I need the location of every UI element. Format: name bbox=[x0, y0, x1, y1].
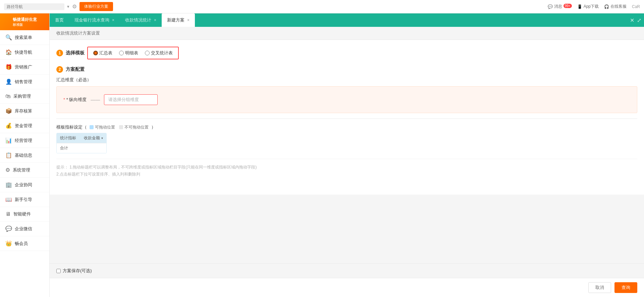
tab-newplan-label: 新建方案 bbox=[167, 17, 184, 23]
breadcrumb-input[interactable] bbox=[4, 3, 64, 10]
metrics-config: 模板指标设定（ 可拖动位置 不可拖动位置 ） bbox=[56, 118, 637, 153]
sidebar-item-quicknav[interactable]: 🏠 快捷导航 bbox=[0, 45, 49, 60]
sidebar-item-label: 资金管理 bbox=[15, 123, 32, 129]
movable-label: 可拖动位置 bbox=[95, 125, 115, 130]
gear-icon[interactable]: ⚙ bbox=[72, 3, 77, 10]
movable-dot bbox=[90, 125, 94, 129]
dimension-title: 汇总维度（必选） bbox=[56, 77, 91, 82]
dropdown-icon[interactable]: ▾ bbox=[67, 4, 69, 9]
sidebar-item-label: 采购管理 bbox=[13, 93, 31, 99]
sidebar-item-basicinfo[interactable]: 📋 基础信息 bbox=[0, 148, 49, 163]
hint-2: 2.点击标题栏下拉可设置排序、插入列和删除列 bbox=[56, 171, 637, 177]
tab-close-all-icon[interactable]: ✕ bbox=[630, 17, 634, 23]
metrics-header-label: 统计指标 bbox=[60, 135, 76, 141]
dimension-section-title: 汇总维度（必选） bbox=[56, 77, 637, 83]
notification-label: 消息 bbox=[554, 4, 562, 9]
radio-summary[interactable] bbox=[93, 51, 98, 55]
clipboard-icon: 📋 bbox=[5, 152, 12, 158]
dimension-arrow: —— bbox=[91, 97, 100, 102]
page-footer: 方案保存(可选) bbox=[50, 263, 644, 278]
sidebar-item-marketing[interactable]: 🎁 营销推广 bbox=[0, 60, 49, 75]
tab-bar: 首页 现金银行流水查询 × 收款情况统计 × 新建方案 × ✕ ⤢ bbox=[50, 13, 644, 27]
industry-button[interactable]: 体验行业方案 bbox=[79, 2, 113, 11]
tab-collection[interactable]: 收款情况统计 × bbox=[120, 13, 162, 27]
save-checkbox-label[interactable]: 方案保存(可选) bbox=[56, 268, 92, 274]
option-summary-label: 汇总表 bbox=[99, 50, 112, 56]
option-detail[interactable]: 明细表 bbox=[119, 50, 138, 56]
sidebar-item-purchase[interactable]: 🛍 采购管理 bbox=[0, 89, 49, 104]
sidebar-item-finance[interactable]: 💰 资金管理 bbox=[0, 118, 49, 133]
save-checkbox[interactable] bbox=[56, 269, 61, 273]
metrics-table: 统计指标 收款金额 ▾ 合计 bbox=[56, 133, 107, 153]
bag-icon: 🛍 bbox=[5, 93, 11, 99]
sidebar-item-label: 库存核算 bbox=[15, 108, 32, 114]
sidebar-logo: 畅捷通好生意 标准版 bbox=[0, 13, 49, 30]
top-bar-left: ▾ ⚙ 体验行业方案 bbox=[4, 2, 545, 11]
sidebar-item-enterprise[interactable]: 🏢 企业协同 bbox=[0, 178, 49, 192]
crown-icon: 👑 bbox=[5, 240, 12, 247]
content-area: 首页 现金银行流水查询 × 收款情况统计 × 新建方案 × ✕ ⤢ 收款情况统计… bbox=[50, 13, 644, 297]
sidebar-item-label: 畅会员 bbox=[15, 241, 28, 247]
notification-icon: 💬 bbox=[548, 4, 553, 9]
main-layout: 畅捷通好生意 标准版 🔍 搜索菜单 🏠 快捷导航 🎁 营销推广 👤 销售管理 🛍… bbox=[0, 13, 644, 297]
tab-expand-icon[interactable]: ⤢ bbox=[637, 17, 641, 23]
action-buttons: 取消 查询 bbox=[50, 278, 644, 297]
radio-detail[interactable] bbox=[119, 51, 124, 55]
sidebar-item-operations[interactable]: 📊 经营管理 bbox=[0, 133, 49, 148]
settings-icon: ⚙ bbox=[5, 167, 10, 173]
tab-bank-close[interactable]: × bbox=[112, 18, 114, 22]
query-button[interactable]: 查询 bbox=[614, 282, 637, 293]
sidebar-item-inventory[interactable]: 📦 库存核算 bbox=[0, 104, 49, 118]
tab-home[interactable]: 首页 bbox=[50, 13, 69, 27]
gift-icon: 🎁 bbox=[5, 64, 12, 70]
dimension-area: * * 纵向维度 —— 请选择分组维度 bbox=[56, 86, 637, 113]
metrics-row-label: 合计 bbox=[60, 146, 68, 150]
option-summary[interactable]: 汇总表 bbox=[93, 50, 112, 56]
sidebar-item-sales[interactable]: 👤 销售管理 bbox=[0, 75, 49, 89]
fixed-dot bbox=[119, 125, 123, 129]
template-options: 汇总表 明细表 交叉统计表 bbox=[87, 47, 179, 59]
settings-container: 1 选择模板 汇总表 明细表 bbox=[50, 40, 644, 195]
sidebar-item-member[interactable]: 👑 畅会员 bbox=[0, 236, 49, 251]
sidebar-logo-main: 畅捷通好生意 bbox=[13, 17, 37, 22]
sidebar-item-weixin[interactable]: 💬 企业微信 bbox=[0, 221, 49, 236]
sidebar-item-label: 经营管理 bbox=[15, 138, 32, 144]
sidebar-logo-sub: 标准版 bbox=[13, 22, 37, 27]
sidebar-item-search[interactable]: 🔍 搜索菜单 bbox=[0, 30, 49, 45]
save-label: 方案保存(可选) bbox=[63, 268, 92, 274]
search-icon: 🔍 bbox=[5, 34, 12, 41]
sidebar-item-label: 系统管理 bbox=[13, 167, 30, 173]
hardware-icon: 🖥 bbox=[5, 211, 11, 217]
sidebar-item-hardware[interactable]: 🖥 智能硬件 bbox=[0, 207, 49, 221]
sidebar-item-guide[interactable]: 📖 新手引导 bbox=[0, 192, 49, 207]
radio-cross[interactable] bbox=[145, 51, 150, 55]
tab-newplan-close[interactable]: × bbox=[187, 18, 190, 22]
tab-collection-close[interactable]: × bbox=[154, 18, 156, 22]
sidebar-item-label: 智能硬件 bbox=[13, 211, 31, 217]
download-item[interactable]: 📱 App下载 bbox=[577, 4, 599, 9]
step2-header: 2 方案配置 bbox=[56, 66, 637, 73]
download-icon: 📱 bbox=[577, 4, 582, 9]
tab-bank[interactable]: 现金银行流水查询 × bbox=[69, 13, 120, 27]
cancel-button[interactable]: 取消 bbox=[588, 282, 611, 293]
metrics-table-header[interactable]: 统计指标 收款金额 ▾ bbox=[57, 133, 106, 143]
metrics-label-close: ） bbox=[151, 124, 156, 130]
legend-fixed: 不可拖动位置 bbox=[119, 125, 149, 130]
hint-section: 提示： 1.拖动标题栏可以调整布局，不可跨维度或指标区域拖动栏目字段(只能在同一… bbox=[56, 159, 637, 181]
notification-item[interactable]: 💬 消息 99+ bbox=[548, 4, 572, 9]
service-item[interactable]: 🎧 在线客服 bbox=[604, 4, 627, 9]
sidebar-item-label: 销售管理 bbox=[15, 79, 32, 85]
metrics-chevron-icon[interactable]: ▾ bbox=[101, 136, 103, 140]
tab-newplan[interactable]: 新建方案 × bbox=[162, 13, 195, 27]
book-icon: 📖 bbox=[5, 196, 12, 203]
step2-section: 2 方案配置 汇总维度（必选） * * 纵向维度 —— bbox=[56, 66, 637, 181]
sidebar-item-system[interactable]: ⚙ 系统管理 bbox=[0, 163, 49, 178]
step2-title: 方案配置 bbox=[66, 66, 85, 72]
option-cross[interactable]: 交叉统计表 bbox=[145, 50, 173, 56]
dimension-select[interactable]: 请选择分组维度 bbox=[104, 94, 158, 105]
page-title: 收款情况统计方案设置 bbox=[56, 31, 100, 36]
sidebar-item-label: 搜索菜单 bbox=[15, 35, 32, 41]
service-label: 在线客服 bbox=[610, 4, 627, 9]
building-icon: 🏢 bbox=[5, 182, 12, 188]
notification-badge: 99+ bbox=[564, 4, 572, 8]
